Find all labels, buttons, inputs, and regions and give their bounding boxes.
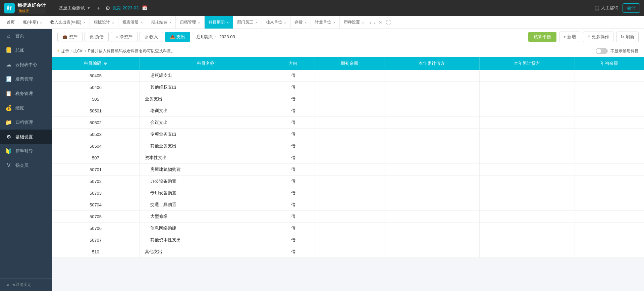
account-button[interactable]: 会计	[623, 3, 640, 13]
closing-icon: 💰	[5, 105, 12, 111]
tab-account-period[interactable]: 账(中期) ×	[19, 16, 46, 29]
sub-tab-liabilities[interactable]: 负 负债	[85, 32, 109, 42]
tab-close-icon[interactable]: ×	[169, 20, 171, 25]
tab-archive[interactable]: 归档管理 ×	[176, 16, 204, 29]
tab-inventory[interactable]: 存货 ×	[290, 16, 311, 29]
table-row[interactable]: 507资本性支出借	[52, 152, 644, 164]
cell-year-opening	[575, 211, 644, 223]
tab-currency[interactable]: 币种设置 ×	[340, 16, 368, 29]
tab-tax[interactable]: 税表清册 ×	[118, 16, 147, 29]
sidebar-item-member[interactable]: V 畅会员	[0, 158, 52, 173]
table-row[interactable]: 50705大型修缮借	[52, 211, 644, 223]
settings-icon[interactable]: ⚙	[105, 5, 110, 11]
cell-opening	[315, 211, 384, 223]
sub-tab-assets[interactable]: 💼 资产	[57, 32, 83, 42]
cell-opening	[315, 93, 384, 105]
col-ytd-credit: 本年累计贷方	[479, 57, 575, 70]
tab-close-icon[interactable]: ×	[305, 20, 307, 25]
table-row[interactable]: 50704交通工具购置借	[52, 199, 644, 211]
tab-bar: 首页 账(中期) × 收入支出表(年报) × 模版设计 × 税表清册 × 期末结…	[0, 16, 644, 29]
gear-icon: ⚙	[5, 134, 12, 140]
sub-tab-net-assets[interactable]: ≡ 净资产	[111, 32, 138, 42]
disable-toggle[interactable]: 不显示禁用科目	[596, 48, 639, 54]
tab-template[interactable]: 模版设计 ×	[90, 16, 118, 29]
tab-department[interactable]: 部门员工 ×	[233, 16, 262, 29]
tab-prev-icon[interactable]: ‹	[368, 20, 373, 25]
table-row[interactable]: 50706信息网络购建借	[52, 223, 644, 234]
sub-tab-expenses[interactable]: 📤 支出	[165, 32, 190, 42]
cell-code: 50502	[52, 117, 140, 129]
tab-close-icon[interactable]: ×	[333, 20, 335, 25]
sidebar-item-ledger[interactable]: 📒 总账	[0, 43, 52, 57]
company-selector[interactable]: 基层工会测试 ▼	[59, 5, 91, 11]
tab-close-icon[interactable]: ×	[40, 20, 42, 25]
col-opening: 期初余额	[315, 57, 384, 70]
help-button[interactable]: 🎧 人工咨询	[594, 5, 619, 11]
tab-home[interactable]: 首页	[3, 16, 19, 29]
tab-close-icon[interactable]: ×	[255, 20, 257, 25]
calendar-icon[interactable]: 📅	[142, 5, 147, 10]
tab-unit[interactable]: 计量单位 ×	[311, 16, 339, 29]
sidebar-item-archive[interactable]: 📁 归档管理	[0, 115, 52, 130]
tab-close-icon[interactable]: ×	[112, 20, 114, 25]
more-actions-button[interactable]: ⊕ 更多操作	[583, 32, 614, 42]
cell-ytd-credit	[479, 223, 575, 234]
cell-year-opening	[575, 93, 644, 105]
tab-subject-initial[interactable]: 科目期初 ×	[205, 16, 233, 29]
add-icon[interactable]: ＋	[96, 5, 101, 12]
cell-ytd-debit	[384, 234, 479, 246]
sidebar-item-tax[interactable]: 📋 税务管理	[0, 86, 52, 101]
cell-direction: 借	[272, 211, 315, 223]
table-row[interactable]: 50701房屋建筑物购建借	[52, 164, 644, 176]
refresh-button[interactable]: ↻ 刷新	[616, 32, 639, 42]
table-row[interactable]: 50702办公设备购置借	[52, 176, 644, 187]
tab-close-icon[interactable]: ×	[284, 20, 286, 25]
col-settings-icon[interactable]: ⚙	[104, 61, 107, 66]
cell-year-opening	[575, 117, 644, 129]
cell-year-opening	[575, 234, 644, 246]
sidebar-item-reports[interactable]: ☁ 云报表中心	[0, 57, 52, 72]
table-row[interactable]: 50503专项业务支出借	[52, 129, 644, 140]
sidebar-pin-toggle[interactable]: ◄ ◄取消固定	[0, 278, 52, 291]
chevron-down-icon: ▼	[87, 6, 91, 10]
table-row[interactable]: 510其他支出借	[52, 246, 644, 258]
tab-close-icon[interactable]: ×	[141, 20, 143, 25]
sub-tab-income[interactable]: ◎ 收入	[140, 32, 163, 42]
main-content: 💼 资产 负 负债 ≡ 净资产 ◎ 收入 📤 支出 启用期间： 2023.03	[52, 29, 644, 291]
toggle-switch[interactable]	[596, 48, 608, 54]
sidebar-item-settings[interactable]: ⚙ 基础设置	[0, 130, 52, 144]
cell-code: 50503	[52, 129, 140, 140]
sidebar-item-home[interactable]: ⌂ 首页	[0, 29, 52, 43]
table-row[interactable]: 50405运瓶罐支出借	[52, 70, 644, 82]
table-row[interactable]: 50707其他资本性支出借	[52, 234, 644, 246]
tab-income-expense[interactable]: 收入支出表(年报) ×	[46, 16, 90, 29]
cell-code: 507	[52, 152, 140, 164]
guide-icon: 🔰	[5, 148, 12, 154]
calc-balance-button[interactable]: 试算平衡	[528, 32, 556, 42]
sidebar-item-guide[interactable]: 🔰 新手引导	[0, 144, 52, 158]
table-row[interactable]: 505业务支出借	[52, 93, 644, 105]
tab-expand-icon[interactable]: ⛶	[384, 20, 393, 25]
tab-close-all-icon[interactable]: ×	[377, 19, 384, 26]
cell-ytd-credit	[479, 82, 575, 93]
table-row[interactable]: 50501培训支出借	[52, 105, 644, 117]
new-button[interactable]: + 新增	[559, 32, 580, 42]
tab-close-icon[interactable]: ×	[362, 20, 364, 25]
tab-close-icon[interactable]: ×	[198, 20, 200, 25]
cell-direction: 借	[272, 82, 315, 93]
table-row[interactable]: 50703专用设备购置借	[52, 187, 644, 199]
sidebar-item-invoice[interactable]: 🧾 发票管理	[0, 72, 52, 86]
tab-next-icon[interactable]: ›	[373, 20, 377, 25]
cell-ytd-credit	[479, 164, 575, 176]
table-row[interactable]: 50406其他维权支出借	[52, 82, 644, 93]
cell-ytd-debit	[384, 70, 479, 82]
tab-close-icon[interactable]: ×	[83, 20, 85, 25]
sidebar-item-closing[interactable]: 💰 结账	[0, 101, 52, 115]
tab-contacts[interactable]: 往来单位 ×	[262, 16, 290, 29]
table-row[interactable]: 50502会议支出借	[52, 117, 644, 129]
table-row[interactable]: 50504其他业务支出借	[52, 140, 644, 152]
cell-ytd-credit	[479, 70, 575, 82]
tab-close-icon[interactable]: ×	[227, 20, 229, 25]
tab-period-closing[interactable]: 期末结转 ×	[147, 16, 176, 29]
cell-opening	[315, 140, 384, 152]
